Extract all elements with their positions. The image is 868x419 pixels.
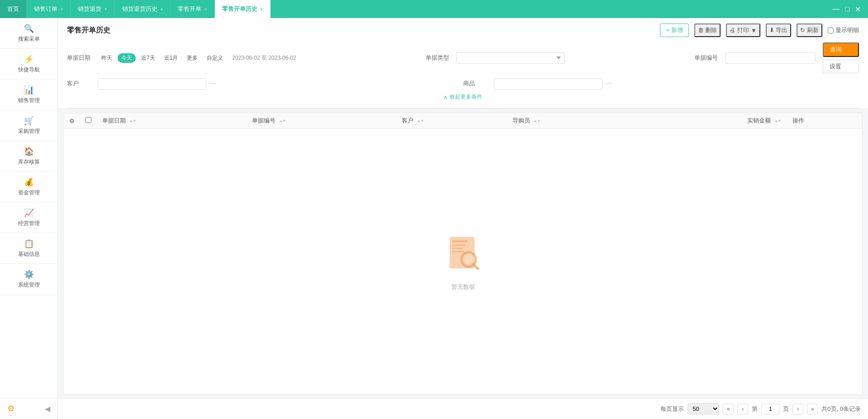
next-page-button[interactable]: › <box>792 404 803 414</box>
basic-icon: 📋 <box>24 239 34 249</box>
customer-label: 客户 <box>67 80 94 88</box>
window-max-icon[interactable]: □ <box>843 3 851 15</box>
svg-rect-3 <box>452 248 463 249</box>
sidebar-item-operations[interactable]: 📈经营管理 <box>0 202 57 233</box>
sidebar-item-quick-nav[interactable]: ⚡快捷导航 <box>0 49 57 80</box>
date-opt-last1month[interactable]: 近1月 <box>161 53 182 63</box>
sidebar-bottom: ⚙ ◀ <box>0 398 57 419</box>
tab-retail-open-history[interactable]: 零售开单历史× <box>215 0 270 18</box>
sidebar-item-finance[interactable]: 💰资金管理 <box>0 172 57 202</box>
goods-input[interactable] <box>494 78 602 89</box>
date-opt-today[interactable]: 今天 <box>118 53 136 63</box>
tab-close-retail-open-history[interactable]: × <box>260 6 263 12</box>
sidebar-item-basic[interactable]: 📋基础信息 <box>0 233 57 264</box>
collapse-label: 收起更多条件 <box>450 93 482 101</box>
display-detail-checkbox[interactable] <box>828 28 834 33</box>
table-container: ⚙ 单据日期 ▲▼ 单据编号 ▲▼ <box>63 113 863 395</box>
tab-close-sales-return[interactable]: × <box>104 6 107 12</box>
th-checkbox[interactable] <box>80 113 97 129</box>
main-layout: 🔍搜索采单⚡快捷导航📊销售管理🛒采购管理🏠库存核算💰资金管理📈经营管理📋基础信息… <box>0 18 868 419</box>
filter-area: 单据日期 昨天今天近7天近1月更多自定义 2023-06-02 至 2023-0… <box>67 42 859 108</box>
page-input[interactable] <box>761 404 779 414</box>
settings-bottom-icon[interactable]: ⚙ <box>7 404 14 414</box>
tab-close-sales-order[interactable]: × <box>60 6 63 12</box>
window-controls: — □ ✕ <box>825 3 868 15</box>
per-page-select[interactable]: 50 10 20 100 <box>688 403 719 414</box>
th-actions: 操作 <box>787 113 862 129</box>
sales-icon: 📊 <box>24 85 34 95</box>
tab-sales-order[interactable]: 销售订单× <box>27 0 71 18</box>
sort-date-icon: ▲▼ <box>129 119 137 123</box>
number-input[interactable] <box>725 52 816 64</box>
th-amount[interactable]: 实销金额 ▲▼ <box>637 113 787 129</box>
tab-bar: 首页销售订单×销货退货×销货退货历史×零售开单×零售开单历史× <box>0 0 825 18</box>
last-page-button[interactable]: » <box>807 404 818 414</box>
th-salesperson[interactable]: 导购员 ▲▼ <box>507 113 637 129</box>
window-close-icon[interactable]: ✕ <box>853 3 863 15</box>
svg-rect-2 <box>452 245 465 246</box>
customer-input[interactable] <box>98 78 206 89</box>
collapse-button[interactable]: ∧ 收起更多条件 <box>444 93 482 101</box>
sidebar-label-system: 系统管理 <box>18 281 40 289</box>
sidebar: 🔍搜索采单⚡快捷导航📊销售管理🛒采购管理🏠库存核算💰资金管理📈经营管理📋基础信息… <box>0 18 58 419</box>
th-number[interactable]: 单据编号 ▲▼ <box>247 113 396 129</box>
goods-dots[interactable]: ··· <box>602 78 616 89</box>
type-select[interactable] <box>456 52 565 64</box>
date-opt-last7[interactable]: 近7天 <box>138 53 159 63</box>
select-all-checkbox[interactable] <box>85 117 91 123</box>
tab-label-sales-order: 销售订单 <box>34 5 57 13</box>
page-title-row: 零售开单历史 + 新增 🗑 删除 🖨 打印 ▼ ⬇ 导出 ↻ 刷新 显示明细 <box>67 24 859 37</box>
collapse-row: ∧ 收起更多条件 <box>67 91 859 103</box>
purchase-icon: 🛒 <box>24 116 34 126</box>
page-header: 零售开单历史 + 新增 🗑 删除 🖨 打印 ▼ ⬇ 导出 ↻ 刷新 显示明细 <box>58 18 868 109</box>
sidebar-item-inventory[interactable]: 🏠库存核算 <box>0 141 57 172</box>
sidebar-label-operations: 经营管理 <box>18 220 40 227</box>
sidebar-label-finance: 资金管理 <box>18 189 40 197</box>
sidebar-item-search[interactable]: 🔍搜索采单 <box>0 18 57 49</box>
table-head: ⚙ 单据日期 ▲▼ 单据编号 ▲▼ <box>64 113 862 129</box>
sidebar-label-search: 搜索采单 <box>18 35 40 43</box>
first-page-button[interactable]: « <box>723 404 734 414</box>
delete-button[interactable]: 🗑 删除 <box>694 24 721 37</box>
customer-dots[interactable]: ··· <box>206 78 219 89</box>
tab-label-sales-return: 销货退货 <box>78 5 101 13</box>
number-label: 单据编号 <box>694 54 721 62</box>
th-date[interactable]: 单据日期 ▲▼ <box>97 113 247 129</box>
sidebar-item-sales[interactable]: 📊销售管理 <box>0 80 57 110</box>
search-icon: 🔍 <box>24 24 34 33</box>
add-button[interactable]: + 新增 <box>660 24 688 37</box>
refresh-button[interactable]: ↻ 刷新 <box>797 24 822 37</box>
table-settings-icon[interactable]: ⚙ <box>69 118 75 124</box>
display-detail-label: 显示明细 <box>828 26 859 34</box>
tab-close-retail-open[interactable]: × <box>204 6 207 12</box>
th-settings[interactable]: ⚙ <box>64 113 80 129</box>
date-opt-yesterday[interactable]: 昨天 <box>98 53 116 63</box>
print-button[interactable]: 🖨 打印 ▼ <box>726 24 760 37</box>
page-label: 页 <box>783 405 789 413</box>
tab-sales-return[interactable]: 销货退货× <box>71 0 114 18</box>
tab-close-sales-return-history[interactable]: × <box>160 6 163 12</box>
prev-page-button[interactable]: ‹ <box>737 404 748 414</box>
sidebar-item-purchase[interactable]: 🛒采购管理 <box>0 110 57 141</box>
date-opt-custom[interactable]: 自定义 <box>203 53 227 63</box>
sort-amount-icon: ▲▼ <box>774 119 782 123</box>
tab-sales-return-history[interactable]: 销货退货历史× <box>115 0 171 18</box>
table-header-row: ⚙ 单据日期 ▲▼ 单据编号 ▲▼ <box>64 113 862 129</box>
collapse-sidebar-icon[interactable]: ◀ <box>45 405 50 413</box>
query-button[interactable]: 查询 <box>823 42 859 57</box>
window-min-icon[interactable]: — <box>830 3 841 15</box>
sidebar-label-purchase: 采购管理 <box>18 127 40 135</box>
date-opt-more[interactable]: 更多 <box>183 53 201 63</box>
empty-illustration <box>441 232 486 278</box>
th-customer[interactable]: 客户 ▲▼ <box>396 113 507 129</box>
svg-line-7 <box>474 264 478 269</box>
per-page-label: 每页显示 <box>660 405 684 413</box>
tab-label-home: 首页 <box>7 5 19 13</box>
filter-settings-button[interactable]: 设置 <box>823 60 859 73</box>
svg-point-6 <box>464 255 473 264</box>
export-button[interactable]: ⬇ 导出 <box>766 24 792 37</box>
toolbar-actions: + 新增 🗑 删除 🖨 打印 ▼ ⬇ 导出 ↻ 刷新 显示明细 <box>660 24 859 37</box>
tab-home[interactable]: 首页 <box>0 0 27 18</box>
tab-retail-open[interactable]: 零售开单× <box>171 0 214 18</box>
sidebar-item-system[interactable]: ⚙️系统管理 <box>0 264 57 295</box>
